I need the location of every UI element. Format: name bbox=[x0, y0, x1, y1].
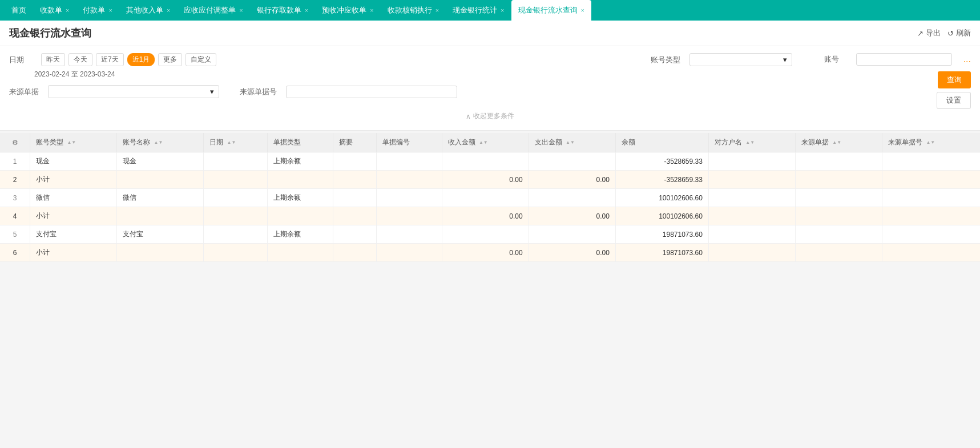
query-button[interactable]: 查询 bbox=[938, 71, 971, 88]
row-number: 5 bbox=[0, 225, 30, 244]
col-income[interactable]: 收入金额 ▲▼ bbox=[442, 133, 529, 152]
page-header: 现金银行流水查询 ↗ 导出 ↺ 刷新 bbox=[0, 21, 980, 46]
data-table-container: ⚙ 账号类型 ▲▼ 账号名称 ▲▼ 日期 ▲▼ 单据类型 摘 bbox=[0, 133, 980, 262]
cell-doc-no bbox=[376, 244, 442, 262]
account-dots-button[interactable]: ... bbox=[963, 54, 971, 64]
row-number: 4 bbox=[0, 207, 30, 225]
collapse-filters-button[interactable]: ∧ 收起更多条件 bbox=[9, 109, 971, 123]
col-expense[interactable]: 支出金额 ▲▼ bbox=[529, 133, 615, 152]
sort-icon: ▲▼ bbox=[227, 140, 236, 145]
sort-icon: ▲▼ bbox=[67, 140, 76, 145]
data-table: ⚙ 账号类型 ▲▼ 账号名称 ▲▼ 日期 ▲▼ 单据类型 摘 bbox=[0, 133, 980, 262]
cell-date bbox=[204, 171, 268, 189]
col-account-name[interactable]: 账号名称 ▲▼ bbox=[117, 133, 204, 152]
cell-income: 0.00 bbox=[442, 244, 529, 262]
date-range-display: 2023-02-24 至 2023-03-24 bbox=[34, 70, 115, 78]
close-icon[interactable]: × bbox=[435, 7, 439, 14]
account-input[interactable] bbox=[856, 53, 952, 66]
close-icon[interactable]: × bbox=[581, 7, 584, 14]
settings-button[interactable]: 设置 bbox=[937, 92, 971, 109]
source-doc-no-input[interactable] bbox=[286, 86, 457, 98]
account-label: 账号 bbox=[824, 54, 847, 64]
cell-account-type: 支付宝 bbox=[30, 225, 117, 244]
date-filter-label: 日期 bbox=[9, 55, 32, 65]
col-account-type[interactable]: 账号类型 ▲▼ bbox=[30, 133, 117, 152]
sort-icon: ▲▼ bbox=[926, 140, 935, 145]
col-date[interactable]: 日期 ▲▼ bbox=[204, 133, 268, 152]
tab-advance[interactable]: 预收冲应收单 × bbox=[315, 0, 380, 21]
close-icon[interactable]: × bbox=[66, 7, 69, 14]
close-icon[interactable]: × bbox=[305, 7, 308, 14]
cell-summary bbox=[333, 225, 376, 244]
chevron-down-icon: ▾ bbox=[783, 55, 787, 64]
cell-counterparty bbox=[708, 152, 795, 171]
tab-writeoff[interactable]: 收款核销执行 × bbox=[381, 0, 446, 21]
cell-source-doc-no bbox=[882, 189, 980, 207]
date-custom[interactable]: 自定义 bbox=[185, 53, 216, 66]
cell-doc-no bbox=[376, 207, 442, 225]
sort-icon: ▲▼ bbox=[479, 140, 488, 145]
col-source-doc[interactable]: 来源单据 ▲▼ bbox=[795, 133, 882, 152]
table-row: 1现金现金上期余额-3528659.33 bbox=[0, 152, 980, 171]
nav-home[interactable]: 首页 bbox=[5, 0, 33, 21]
col-source-doc-no[interactable]: 来源单据号 ▲▼ bbox=[882, 133, 980, 152]
table-row: 6小计0.000.0019871073.60 bbox=[0, 244, 980, 262]
cell-source-doc-no bbox=[882, 207, 980, 225]
column-settings[interactable]: ⚙ bbox=[0, 133, 30, 152]
cell-doc-no bbox=[376, 225, 442, 244]
cell-account-type: 现金 bbox=[30, 152, 117, 171]
cell-source-doc-no bbox=[882, 152, 980, 171]
cell-expense bbox=[529, 189, 615, 207]
cell-summary bbox=[333, 189, 376, 207]
close-icon[interactable]: × bbox=[501, 7, 504, 14]
cell-balance: 100102606.60 bbox=[615, 207, 708, 225]
export-button[interactable]: ↗ 导出 bbox=[917, 28, 941, 38]
cell-doc-type: 上期余额 bbox=[268, 189, 333, 207]
col-counterparty[interactable]: 对方户名 ▲▼ bbox=[708, 133, 795, 152]
date-1month[interactable]: 近1月 bbox=[127, 53, 155, 66]
cell-balance: -3528659.33 bbox=[615, 171, 708, 189]
cell-account-name bbox=[117, 171, 204, 189]
tab-bank-flow[interactable]: 现金银行流水查询 × bbox=[511, 0, 591, 21]
cell-balance: 19871073.60 bbox=[615, 244, 708, 262]
close-icon[interactable]: × bbox=[239, 7, 243, 14]
date-7days[interactable]: 近7天 bbox=[96, 53, 124, 66]
tab-other-income[interactable]: 其他收入单 × bbox=[119, 0, 177, 21]
cell-source-doc-no bbox=[882, 244, 980, 262]
refresh-icon: ↺ bbox=[947, 29, 954, 38]
cell-account-name: 现金 bbox=[117, 152, 204, 171]
date-more[interactable]: 更多 bbox=[158, 53, 182, 66]
cell-income: 0.00 bbox=[442, 171, 529, 189]
date-yesterday[interactable]: 昨天 bbox=[41, 53, 65, 66]
tab-ar-adjust[interactable]: 应收应付调整单 × bbox=[177, 0, 249, 21]
cell-counterparty bbox=[708, 225, 795, 244]
gear-icon[interactable]: ⚙ bbox=[12, 139, 18, 147]
date-today[interactable]: 今天 bbox=[68, 53, 92, 66]
close-icon[interactable]: × bbox=[167, 7, 170, 14]
col-balance: 余额 bbox=[615, 133, 708, 152]
cell-balance: -3528659.33 bbox=[615, 152, 708, 171]
sort-icon: ▲▼ bbox=[745, 140, 755, 145]
cell-balance: 100102606.60 bbox=[615, 189, 708, 207]
tab-bank-stats[interactable]: 现金银行统计 × bbox=[446, 0, 511, 21]
refresh-button[interactable]: ↺ 刷新 bbox=[947, 28, 971, 38]
page-title: 现金银行流水查询 bbox=[9, 26, 91, 40]
account-type-select[interactable]: ▾ bbox=[689, 53, 792, 66]
cell-account-type: 微信 bbox=[30, 189, 117, 207]
chevron-down-icon: ▾ bbox=[210, 87, 214, 96]
date-options: 昨天 今天 近7天 近1月 更多 自定义 bbox=[41, 53, 216, 66]
cell-doc-type bbox=[268, 244, 333, 262]
source-doc-select[interactable]: ▾ bbox=[48, 85, 219, 98]
tab-receive[interactable]: 收款单 × bbox=[33, 0, 76, 21]
tab-bank-deposit[interactable]: 银行存取款单 × bbox=[250, 0, 315, 21]
row-number: 6 bbox=[0, 244, 30, 262]
table-row: 5支付宝支付宝上期余额19871073.60 bbox=[0, 225, 980, 244]
top-navigation: 首页 收款单 × 付款单 × 其他收入单 × 应收应付调整单 × 银行存取款单 … bbox=[0, 0, 980, 21]
close-icon[interactable]: × bbox=[370, 7, 373, 14]
cell-date bbox=[204, 207, 268, 225]
cell-summary bbox=[333, 244, 376, 262]
cell-income: 0.00 bbox=[442, 207, 529, 225]
close-icon[interactable]: × bbox=[108, 7, 112, 14]
cell-summary bbox=[333, 152, 376, 171]
tab-pay[interactable]: 付款单 × bbox=[76, 0, 119, 21]
